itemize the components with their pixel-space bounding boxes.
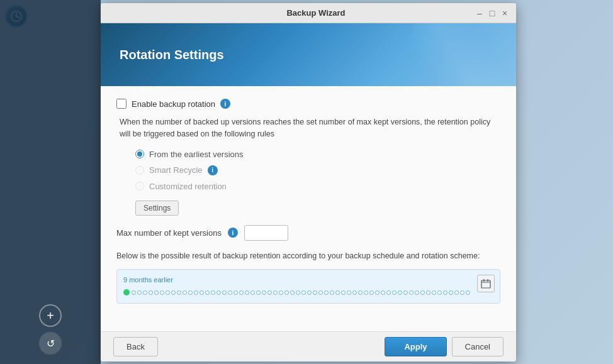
timeline-dot bbox=[369, 290, 374, 295]
timeline-dot bbox=[183, 290, 187, 295]
timeline-dot bbox=[375, 290, 380, 295]
timeline-dot bbox=[177, 290, 181, 295]
timeline-dot bbox=[200, 290, 204, 295]
radio-row-custom: Customized retention bbox=[135, 182, 500, 191]
apply-button[interactable]: Apply bbox=[385, 337, 446, 356]
timeline-dot bbox=[233, 290, 238, 295]
smart-recycle-info-icon[interactable]: i bbox=[208, 165, 218, 175]
timeline-dot bbox=[449, 290, 453, 295]
dialog-header: Rotation Settings bbox=[101, 23, 516, 86]
timeline-dot bbox=[273, 290, 278, 295]
enable-rotation-info-icon[interactable]: i bbox=[220, 99, 230, 109]
max-versions-row: Max number of kept versions i 256 bbox=[116, 225, 500, 241]
timeline-dot bbox=[301, 290, 306, 295]
timeline-dot bbox=[188, 290, 193, 295]
timeline-dot bbox=[307, 290, 312, 295]
timeline-dot bbox=[267, 290, 272, 295]
radio-group: From the earliest versions Smart Recycle… bbox=[135, 150, 500, 191]
desktop: + ↺ Backup Wizard – □ × Rotation Setting… bbox=[0, 0, 613, 364]
radio-earliest-label[interactable]: From the earliest versions bbox=[149, 150, 244, 159]
timeline-dot bbox=[166, 290, 170, 295]
timeline-dot bbox=[284, 290, 289, 295]
timeline-dot bbox=[245, 290, 249, 295]
timeline-dot bbox=[217, 290, 221, 295]
timeline-dot bbox=[222, 290, 227, 295]
dialog-content: Enable backup rotation i When the number… bbox=[101, 86, 516, 331]
header-title: Rotation Settings bbox=[120, 48, 224, 62]
timeline-dot bbox=[352, 290, 357, 295]
footer-right: Apply Cancel bbox=[385, 337, 503, 356]
timeline-dot bbox=[460, 290, 464, 295]
timeline-dot bbox=[149, 290, 153, 295]
timeline-dot bbox=[318, 290, 323, 295]
maximize-button[interactable]: □ bbox=[487, 8, 497, 18]
timeline-dot bbox=[454, 290, 459, 295]
radio-row-smart: Smart Recycle i bbox=[135, 165, 500, 175]
timeline-dot bbox=[341, 290, 346, 295]
timeline-dot bbox=[296, 290, 300, 295]
timeline-dot bbox=[137, 290, 142, 295]
radio-custom[interactable] bbox=[135, 182, 144, 190]
timeline-dot bbox=[132, 290, 136, 295]
close-button[interactable]: × bbox=[500, 8, 510, 18]
timeline-dot bbox=[279, 290, 283, 295]
enable-rotation-checkbox[interactable] bbox=[116, 99, 127, 109]
timeline-dot bbox=[205, 290, 210, 295]
timeline-dot bbox=[426, 290, 430, 295]
timeline-dot bbox=[330, 290, 334, 295]
timeline-dot bbox=[211, 290, 215, 295]
timeline-dot bbox=[386, 290, 391, 295]
timeline-dot bbox=[347, 290, 351, 295]
timeline-dot bbox=[171, 290, 176, 295]
dialog-window: Backup Wizard – □ × Rotation Settings En… bbox=[101, 3, 516, 361]
radio-earliest[interactable] bbox=[135, 150, 144, 158]
taskbar-history-button[interactable]: ↺ bbox=[39, 332, 62, 355]
timeline-dot bbox=[358, 290, 363, 295]
timeline-dot bbox=[250, 290, 255, 295]
timeline-dot bbox=[398, 290, 402, 295]
settings-button[interactable]: Settings bbox=[135, 201, 179, 216]
enable-rotation-label[interactable]: Enable backup rotation bbox=[132, 99, 215, 109]
radio-smart[interactable] bbox=[135, 166, 144, 175]
timeline-dot bbox=[392, 290, 396, 295]
timeline-dot bbox=[154, 290, 159, 295]
dialog-titlebar: Backup Wizard – □ × bbox=[101, 3, 516, 23]
timeline-dot bbox=[432, 290, 436, 295]
timeline-track bbox=[123, 287, 493, 298]
timeline-dot bbox=[290, 290, 295, 295]
rotation-description: When the number of backed up versions re… bbox=[120, 116, 500, 140]
radio-smart-label[interactable]: Smart Recycle bbox=[149, 165, 203, 175]
timeline-dot bbox=[409, 290, 413, 295]
dialog-footer: Back Apply Cancel bbox=[101, 331, 516, 361]
timeline-label: 9 months earlier bbox=[123, 276, 493, 284]
timeline-dot bbox=[239, 290, 244, 295]
timeline-dot bbox=[364, 290, 368, 295]
timeline-dots-row bbox=[132, 290, 470, 295]
timeline-container: 9 months earlier bbox=[116, 269, 500, 304]
timeline-dot bbox=[403, 290, 408, 295]
timeline-dot bbox=[256, 290, 261, 295]
timeline-dot bbox=[160, 290, 164, 295]
titlebar-controls: – □ × bbox=[475, 8, 510, 18]
timeline-dot bbox=[228, 290, 232, 295]
radio-custom-label[interactable]: Customized retention bbox=[149, 182, 227, 191]
timeline-start-dot bbox=[123, 289, 130, 295]
timeline-dot bbox=[262, 290, 266, 295]
taskbar: + ↺ bbox=[0, 0, 101, 364]
timeline-dot bbox=[194, 290, 198, 295]
max-versions-input[interactable]: 256 bbox=[244, 225, 288, 241]
svg-rect-1 bbox=[481, 280, 490, 288]
timeline-dot bbox=[420, 290, 425, 295]
max-versions-label: Max number of kept versions bbox=[116, 228, 222, 238]
timeline-dot bbox=[335, 290, 340, 295]
timeline-dot bbox=[437, 290, 442, 295]
timeline-dot bbox=[313, 290, 317, 295]
back-button[interactable]: Back bbox=[113, 337, 158, 356]
taskbar-add-button[interactable]: + bbox=[39, 304, 62, 327]
cancel-button[interactable]: Cancel bbox=[452, 337, 503, 356]
timeline-calendar-button[interactable] bbox=[477, 275, 495, 292]
minimize-button[interactable]: – bbox=[475, 8, 485, 18]
timeline-dot bbox=[443, 290, 447, 295]
enable-rotation-row: Enable backup rotation i bbox=[116, 99, 500, 109]
max-versions-info-icon[interactable]: i bbox=[228, 228, 238, 238]
